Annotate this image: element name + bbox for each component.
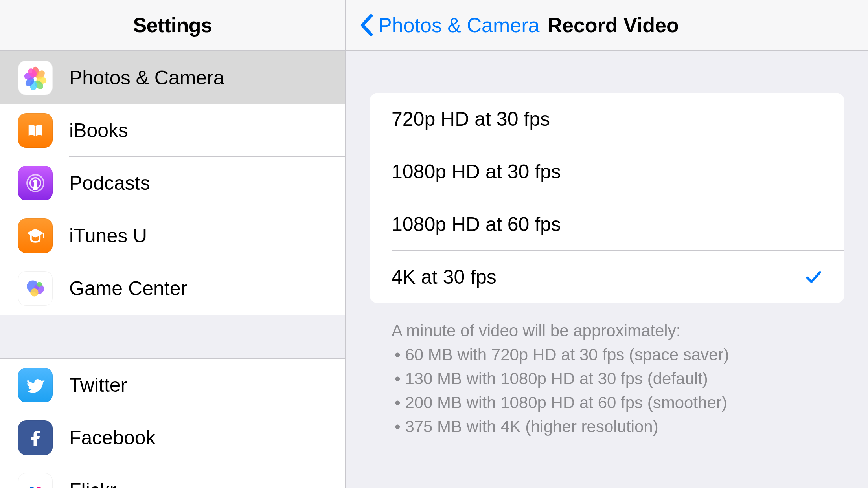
facebook-icon (18, 420, 53, 455)
footer-line: • 130 MB with 1080p HD at 30 fps (defaul… (392, 367, 822, 391)
sidebar-title: Settings (133, 13, 212, 37)
chevron-left-icon (359, 14, 373, 36)
option-4k-30fps[interactable]: 4K at 30 fps (370, 251, 844, 303)
footer-line: • 375 MB with 4K (higher resolution) (392, 415, 822, 439)
sidebar-item-label: Photos & Camera (69, 66, 224, 89)
sidebar-item-label: Podcasts (69, 172, 150, 194)
sidebar-item-label: Twitter (69, 374, 127, 396)
sidebar-item-ibooks[interactable]: iBooks (0, 104, 345, 157)
detail-pane: Photos & Camera Record Video 720p HD at … (346, 0, 868, 488)
sidebar-item-label: Facebook (69, 426, 156, 449)
sidebar-item-label: iTunes U (69, 224, 147, 247)
sidebar-group-social: Twitter Facebook (0, 358, 345, 488)
twitter-icon (18, 368, 53, 402)
option-720p-30fps[interactable]: 720p HD at 30 fps (370, 93, 844, 145)
option-1080p-30fps[interactable]: 1080p HD at 30 fps (370, 145, 844, 198)
sidebar-list[interactable]: Photos & Camera iBooks (0, 51, 345, 488)
svg-point-15 (30, 288, 38, 296)
svg-point-11 (33, 179, 37, 183)
sidebar-group-apps: Photos & Camera iBooks (0, 51, 345, 315)
checkmark-icon (805, 268, 822, 286)
footer-text: A minute of video will be approximately:… (370, 303, 844, 438)
footer-heading: A minute of video will be approximately: (392, 319, 822, 343)
sidebar-item-photos-camera[interactable]: Photos & Camera (0, 51, 345, 104)
back-label: Photos & Camera (378, 13, 539, 37)
sidebar-item-podcasts[interactable]: Podcasts (0, 157, 345, 209)
sidebar-item-flickr[interactable]: Flickr (0, 464, 345, 488)
record-video-options: 720p HD at 30 fps 1080p HD at 30 fps 108… (370, 93, 844, 303)
podcasts-icon (18, 166, 53, 200)
page-title: Record Video (547, 13, 679, 37)
flickr-icon (18, 473, 53, 488)
option-label: 4K at 30 fps (392, 266, 497, 288)
sidebar-header: Settings (0, 0, 345, 51)
footer-line: • 200 MB with 1080p HD at 60 fps (smooth… (392, 391, 822, 415)
svg-point-16 (37, 282, 42, 287)
option-1080p-60fps[interactable]: 1080p HD at 60 fps (370, 198, 844, 251)
sidebar-item-label: iBooks (69, 119, 128, 142)
option-label: 1080p HD at 60 fps (392, 213, 561, 236)
detail-body: 720p HD at 30 fps 1080p HD at 30 fps 108… (346, 51, 868, 438)
sidebar-item-facebook[interactable]: Facebook (0, 411, 345, 464)
sidebar-item-twitter[interactable]: Twitter (0, 359, 345, 411)
settings-sidebar: Settings (0, 0, 346, 488)
sidebar-item-label: Flickr (69, 479, 116, 488)
option-label: 720p HD at 30 fps (392, 108, 550, 130)
sidebar-item-game-center[interactable]: Game Center (0, 262, 345, 315)
itunesu-icon (18, 218, 53, 253)
footer-line: • 60 MB with 720p HD at 30 fps (space sa… (392, 343, 822, 367)
photos-icon (18, 61, 53, 95)
ibooks-icon (18, 113, 53, 148)
gamecenter-icon (18, 271, 53, 306)
sidebar-item-label: Game Center (69, 277, 187, 300)
back-button[interactable]: Photos & Camera (359, 13, 539, 37)
detail-header: Photos & Camera Record Video (346, 0, 868, 51)
sidebar-item-itunes-u[interactable]: iTunes U (0, 209, 345, 262)
settings-app: Settings (0, 0, 868, 488)
option-label: 1080p HD at 30 fps (392, 160, 561, 183)
